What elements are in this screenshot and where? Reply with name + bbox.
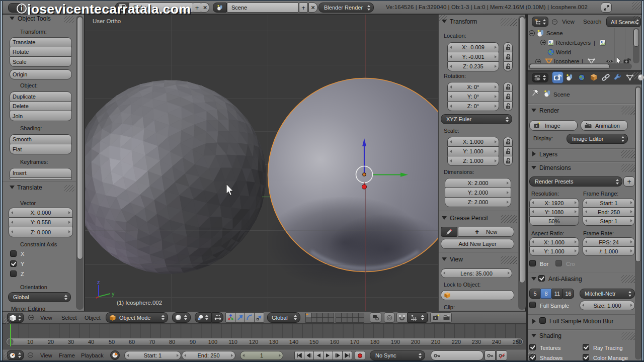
svg-text:100: 100 bbox=[208, 339, 217, 345]
svg-text:70: 70 bbox=[149, 339, 155, 345]
svg-text:190: 190 bbox=[391, 339, 400, 345]
svg-text:210: 210 bbox=[431, 339, 440, 345]
svg-text:160: 160 bbox=[330, 339, 339, 345]
svg-text:User Ortho: User Ortho bbox=[93, 18, 121, 24]
svg-text:30: 30 bbox=[68, 339, 74, 345]
svg-text:10: 10 bbox=[27, 339, 33, 345]
svg-text:40: 40 bbox=[88, 339, 94, 345]
svg-text:180: 180 bbox=[370, 339, 379, 345]
svg-text:240: 240 bbox=[492, 339, 501, 345]
svg-text:90: 90 bbox=[190, 339, 196, 345]
svg-text:150: 150 bbox=[309, 339, 318, 345]
svg-text:170: 170 bbox=[350, 339, 359, 345]
svg-text:120: 120 bbox=[249, 339, 258, 345]
svg-text:230: 230 bbox=[472, 339, 481, 345]
svg-text:250: 250 bbox=[513, 339, 522, 345]
svg-text:140: 140 bbox=[289, 339, 298, 345]
svg-text:110: 110 bbox=[228, 339, 237, 345]
svg-text:130: 130 bbox=[269, 339, 278, 345]
svg-text:z: z bbox=[97, 279, 100, 285]
svg-text:50: 50 bbox=[109, 339, 115, 345]
svg-text:200: 200 bbox=[411, 339, 420, 345]
svg-text:60: 60 bbox=[129, 339, 135, 345]
svg-text:y: y bbox=[112, 291, 115, 297]
svg-text:220: 220 bbox=[452, 339, 461, 345]
svg-text:20: 20 bbox=[48, 339, 54, 345]
svg-text:(1) Icosphere.002: (1) Icosphere.002 bbox=[117, 300, 162, 306]
svg-text:80: 80 bbox=[169, 339, 175, 345]
